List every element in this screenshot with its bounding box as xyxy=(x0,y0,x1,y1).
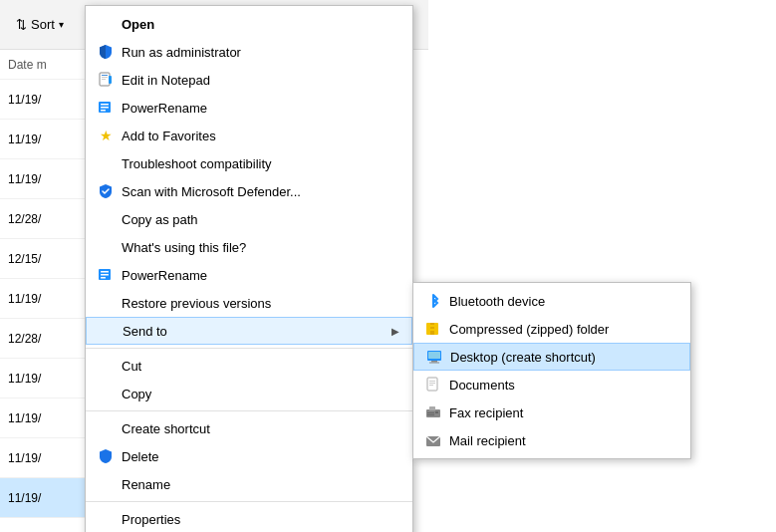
date-column: Date m 11/19/ 11/19/ 11/19/ 12/28/ 12/15… xyxy=(0,50,90,518)
sort-chevron-icon: ▾ xyxy=(59,19,64,30)
send-to-icon xyxy=(99,323,115,339)
menu-item-restore-versions-label: Restore previous versions xyxy=(122,296,400,311)
svg-rect-4 xyxy=(109,76,112,84)
sort-button[interactable]: ⇅ Sort ▾ xyxy=(8,13,72,36)
menu-item-troubleshoot-label: Troubleshoot compatibility xyxy=(122,156,400,171)
menu-item-add-favorites-label: Add to Favorites xyxy=(122,129,400,143)
submenu-item-fax[interactable]: Fax recipient xyxy=(413,399,690,426)
menu-item-edit-notepad[interactable]: Edit in Notepad xyxy=(86,66,412,94)
desktop-icon xyxy=(426,349,442,365)
svg-rect-24 xyxy=(429,385,433,386)
documents-icon xyxy=(425,377,441,393)
submenu-item-compressed[interactable]: Compressed (zipped) folder xyxy=(413,315,690,343)
menu-item-power-rename-1-label: PowerRename xyxy=(122,101,400,116)
svg-rect-23 xyxy=(429,383,435,384)
svg-rect-20 xyxy=(428,352,440,359)
submenu-item-bluetooth-label: Bluetooth device xyxy=(449,294,678,309)
submenu-item-mail-label: Mail recipient xyxy=(449,433,678,448)
menu-item-delete[interactable]: Delete xyxy=(86,442,412,470)
menu-item-cut-label: Cut xyxy=(122,359,400,374)
shortcut-icon xyxy=(98,420,114,436)
menu-item-power-rename-2[interactable]: PowerRename xyxy=(86,261,412,289)
menu-item-rename-label: Rename xyxy=(122,477,400,492)
menu-item-send-to-label: Send to xyxy=(123,324,384,339)
submenu-item-mail[interactable]: Mail recipient xyxy=(413,426,690,454)
defender-icon xyxy=(98,183,114,199)
svg-rect-10 xyxy=(101,271,109,273)
date-cell-5: 11/19/ xyxy=(0,279,90,319)
submenu-item-desktop-label: Desktop (create shortcut) xyxy=(450,350,677,365)
menu-item-power-rename-2-label: PowerRename xyxy=(122,268,400,283)
menu-item-power-rename-1[interactable]: PowerRename xyxy=(86,94,412,122)
menu-item-scan-defender-label: Scan with Microsoft Defender... xyxy=(122,184,400,199)
cut-icon xyxy=(98,358,114,374)
menu-item-cut[interactable]: Cut xyxy=(86,352,412,380)
sort-arrows-icon: ⇅ xyxy=(16,17,27,32)
context-menu: Open Run as administrator Edit in Notepa… xyxy=(85,5,413,532)
date-cell-1: 11/19/ xyxy=(0,120,90,159)
menu-item-rename[interactable]: Rename xyxy=(86,470,412,498)
submenu-item-desktop[interactable]: Desktop (create shortcut) xyxy=(413,343,690,371)
date-cell-0: 11/19/ xyxy=(0,80,90,120)
date-cell-4: 12/15/ xyxy=(0,239,90,279)
svg-rect-18 xyxy=(431,361,437,363)
date-header: Date m xyxy=(0,50,90,80)
separator-1 xyxy=(86,348,412,349)
menu-item-properties[interactable]: Properties xyxy=(86,505,412,532)
copy-path-icon xyxy=(98,211,114,227)
separator-3 xyxy=(86,501,412,502)
date-cell-2: 11/19/ xyxy=(0,159,90,199)
svg-rect-3 xyxy=(102,79,106,80)
svg-rect-27 xyxy=(435,411,438,413)
svg-rect-1 xyxy=(102,75,108,76)
power-rename-icon-1 xyxy=(98,100,114,116)
menu-item-send-to[interactable]: Send to ▶ xyxy=(86,317,412,345)
menu-item-copy-path[interactable]: Copy as path xyxy=(86,205,412,233)
submenu-item-documents-label: Documents xyxy=(449,378,678,393)
svg-rect-15 xyxy=(430,325,434,327)
date-cell-3: 12/28/ xyxy=(0,199,90,239)
menu-item-run-admin[interactable]: Run as administrator xyxy=(86,38,412,66)
separator-2 xyxy=(86,410,412,411)
whats-using-icon xyxy=(98,239,114,255)
menu-item-whats-using[interactable]: What's using this file? xyxy=(86,233,412,261)
bluetooth-icon xyxy=(425,293,441,309)
copy-icon xyxy=(98,386,114,401)
svg-rect-19 xyxy=(429,363,439,364)
svg-rect-6 xyxy=(101,104,109,106)
menu-item-scan-defender[interactable]: Scan with Microsoft Defender... xyxy=(86,177,412,205)
send-to-submenu: Bluetooth device Compressed (zipped) fol… xyxy=(412,282,691,459)
menu-item-restore-versions[interactable]: Restore previous versions xyxy=(86,289,412,317)
rename-icon xyxy=(98,476,114,492)
submenu-item-compressed-label: Compressed (zipped) folder xyxy=(449,322,678,337)
date-cell-10: 11/19/ xyxy=(0,478,90,518)
send-to-arrow-icon: ▶ xyxy=(391,326,399,337)
menu-item-whats-using-label: What's using this file? xyxy=(122,240,400,255)
menu-item-copy-path-label: Copy as path xyxy=(122,212,400,227)
svg-rect-8 xyxy=(101,110,106,112)
svg-rect-22 xyxy=(429,381,435,382)
menu-item-troubleshoot[interactable]: Troubleshoot compatibility xyxy=(86,149,412,177)
submenu-item-bluetooth[interactable]: Bluetooth device xyxy=(413,287,690,315)
troubleshoot-icon xyxy=(98,155,114,171)
properties-icon xyxy=(98,511,114,527)
menu-item-add-favorites[interactable]: ★ Add to Favorites xyxy=(86,122,412,149)
submenu-item-documents[interactable]: Documents xyxy=(413,371,690,399)
star-icon: ★ xyxy=(98,128,114,143)
sort-label: Sort xyxy=(31,17,55,32)
svg-rect-28 xyxy=(427,412,434,413)
svg-rect-29 xyxy=(427,414,434,415)
svg-rect-7 xyxy=(101,107,109,109)
submenu-item-fax-label: Fax recipient xyxy=(449,405,678,420)
svg-rect-11 xyxy=(101,274,109,276)
svg-rect-26 xyxy=(429,406,435,410)
notepad-icon xyxy=(98,72,114,88)
restore-icon xyxy=(98,295,114,311)
menu-item-create-shortcut[interactable]: Create shortcut xyxy=(86,414,412,442)
date-cell-6: 12/28/ xyxy=(0,319,90,359)
menu-item-open[interactable]: Open xyxy=(86,10,412,38)
svg-rect-16 xyxy=(430,329,434,331)
menu-item-copy[interactable]: Copy xyxy=(86,380,412,407)
fax-icon xyxy=(425,404,441,420)
menu-item-delete-label: Delete xyxy=(122,449,400,464)
